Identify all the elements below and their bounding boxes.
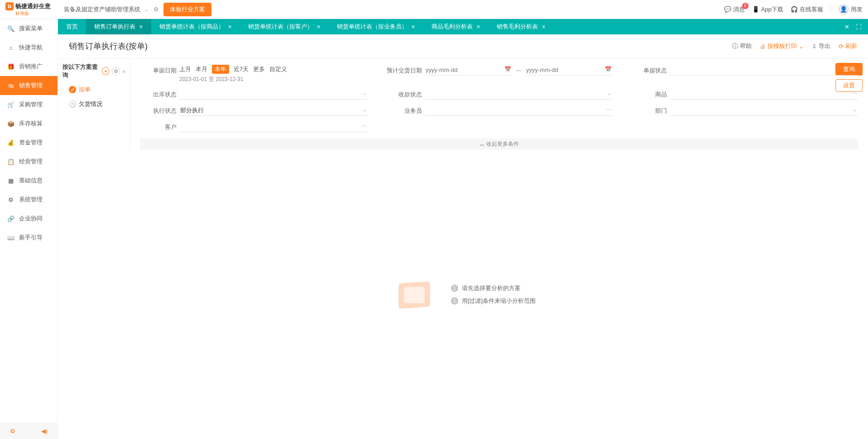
more-icon[interactable]: ⋯ [606, 106, 612, 113]
chevron-down-icon[interactable]: ⌄ [853, 66, 857, 72]
date-option[interactable]: 近7天 [234, 65, 249, 73]
experience-button[interactable]: 体验行业方案 [163, 3, 211, 16]
tab[interactable]: 销货单统计表（按商品）✕ [151, 19, 240, 34]
calendar-icon[interactable]: 📅 [605, 66, 612, 72]
help-button[interactable]: ⓘ 帮助 [732, 42, 752, 50]
user-menu[interactable]: 👤 用友 [838, 4, 863, 15]
goods-input[interactable] [670, 89, 858, 100]
close-icon[interactable]: ✕ [411, 24, 415, 30]
more-icon[interactable]: ⋯ [852, 90, 857, 96]
export-icon: ⇩ [812, 43, 817, 50]
close-icon[interactable]: ✕ [476, 24, 480, 30]
doc-status-select[interactable] [670, 65, 858, 76]
sidebar-item-clipboard[interactable]: 📋经营管理 [0, 152, 58, 171]
clock-icon: ◷ [69, 100, 76, 108]
scheme-settings-icon[interactable]: ⚙ [112, 67, 119, 75]
scheme-item-label: 欠货情况 [79, 100, 102, 108]
page-header: 销售订单执行表(按单) ⓘ 帮助 🖨 按模板打印 ⌄ ⇩ 导出 [58, 34, 868, 58]
tab[interactable]: 销售毛利分析表✕ [489, 19, 554, 34]
sidebar-item-grid[interactable]: ▦基础信息 [0, 171, 58, 190]
biz-person-input[interactable] [425, 105, 613, 116]
print-button[interactable]: 🖨 按模板打印 ⌄ [760, 42, 804, 50]
expect-date-to-input[interactable] [525, 65, 613, 76]
refresh-button[interactable]: ⟳ 刷新 [839, 42, 857, 50]
sidebar-item-label: 系统管理 [19, 196, 43, 204]
scheme-item-label: 按单 [79, 86, 91, 94]
tab[interactable]: 销货单统计表（按业务员）✕ [329, 19, 423, 34]
tab[interactable]: 首页 [58, 19, 86, 34]
date-option[interactable]: 自定义 [269, 65, 287, 73]
collapse-scheme-icon[interactable]: « [122, 68, 125, 75]
tab-label: 销货单统计表（按商品） [159, 23, 224, 31]
app-download-button[interactable]: 📱 App下载 [752, 5, 783, 14]
tab[interactable]: 销售订单执行表✕ [86, 19, 151, 34]
sidebar-item-home[interactable]: ⌂快捷导航 [0, 38, 58, 57]
dept-select[interactable] [670, 105, 858, 116]
close-icon[interactable]: ✕ [228, 24, 232, 30]
sidebar-item-label: 销售管理 [19, 81, 43, 90]
field-goods: 商品 ⋯ [631, 89, 858, 100]
tab[interactable]: 销货单统计表（按客户）✕ [240, 19, 329, 34]
sidebar-item-gift[interactable]: 🎁营销推广 [0, 57, 58, 76]
settings-icon[interactable]: ⚙ [10, 428, 15, 434]
out-status-select[interactable] [179, 89, 368, 100]
module-selector[interactable]: 装备及固定资产辅助管理系统 ⌄ [64, 5, 149, 14]
field-doc-date: 单据日期 上月本月本年近7天更多自定义 2023-01-01 至 2023-12… [140, 65, 368, 83]
close-icon[interactable]: ✕ [317, 24, 321, 30]
close-all-tabs-icon[interactable]: ✕ [844, 24, 849, 30]
date-option[interactable]: 本年 [212, 65, 229, 74]
sidebar-item-search[interactable]: 🔍搜索菜单 [0, 19, 58, 38]
step-1-text: 请先选择要分析的方案 [462, 284, 521, 292]
sidebar: 🔍搜索菜单⌂快捷导航🎁营销推广🛍销售管理🛒采购管理📦库存核算💰资金管理📋经营管理… [0, 19, 58, 439]
collapse-sidebar-icon[interactable]: ◀) [41, 428, 48, 434]
expect-date-label: 预计交货日期 [386, 65, 422, 75]
date-option[interactable]: 更多 [253, 65, 265, 73]
sidebar-item-link[interactable]: 🔗企业协同 [0, 209, 58, 228]
chevron-down-icon[interactable]: ⌄ [607, 90, 612, 96]
sidebar-item-label: 企业协同 [19, 215, 43, 223]
sidebar-item-wallet[interactable]: 💰资金管理 [0, 133, 58, 152]
export-label: 导出 [819, 42, 830, 50]
sidebar-item-label: 营销推广 [19, 62, 43, 71]
sidebar-item-bag[interactable]: 🛍销售管理 [0, 76, 58, 95]
help-icon: ⓘ [732, 42, 738, 50]
module-settings-icon[interactable]: ⚙ [153, 6, 159, 13]
support-button[interactable]: 🎧 在线客服 [791, 5, 823, 14]
fullscreen-icon[interactable]: ⛶ [856, 24, 862, 30]
collapse-filters-button[interactable]: 收起更多条件 [140, 138, 858, 150]
date-option[interactable]: 本月 [196, 65, 207, 73]
sidebar-item-cart[interactable]: 🛒采购管理 [0, 95, 58, 114]
customer-input[interactable] [179, 121, 368, 132]
exec-status-select[interactable] [179, 105, 368, 116]
close-icon[interactable]: ✕ [139, 24, 143, 30]
more-icon[interactable]: ⋯ [361, 123, 367, 129]
date-option[interactable]: 上月 [179, 65, 191, 73]
close-icon[interactable]: ✕ [542, 24, 546, 30]
help-label: 帮助 [740, 42, 752, 50]
dept-label: 部门 [631, 105, 667, 115]
chevron-down-icon[interactable]: ⌄ [362, 106, 367, 113]
collect-status-label: 收款状态 [386, 89, 422, 99]
add-scheme-icon[interactable]: + [102, 67, 109, 75]
chevron-down-icon[interactable]: ⌄ [853, 106, 857, 113]
scheme-title: 按以下方案查询 [62, 63, 99, 79]
sidebar-item-book[interactable]: 📖新手引导 [0, 228, 58, 247]
page-title: 销售订单执行表(按单) [69, 41, 148, 52]
sidebar-item-box[interactable]: 📦库存核算 [0, 114, 58, 133]
tab-label: 销货单统计表（按业务员） [337, 23, 408, 31]
collect-status-select[interactable] [425, 89, 613, 100]
goods-label: 商品 [631, 89, 667, 99]
check-icon: ✓ [69, 86, 76, 93]
calendar-icon[interactable]: 📅 [504, 66, 511, 72]
scheme-item[interactable]: ◷欠货情况 [62, 98, 125, 110]
chevron-down-icon[interactable]: ⌄ [362, 90, 367, 96]
tab[interactable]: 商品毛利分析表✕ [423, 19, 489, 34]
scheme-item[interactable]: ✓按单 [62, 84, 125, 95]
expect-date-from-input[interactable] [425, 65, 512, 76]
sidebar-item-gear[interactable]: ⚙系统管理 [0, 190, 58, 209]
messages-button[interactable]: 💬 消息 6 [724, 5, 745, 14]
export-button[interactable]: ⇩ 导出 [812, 42, 830, 50]
logo-text: 畅捷通好生意 [15, 2, 51, 10]
filter-panel: 查询 设置 单据日期 上月本月本年近7天更多自定义 2023-01-01 至 2… [130, 58, 868, 150]
tab-label: 商品毛利分析表 [432, 23, 473, 31]
